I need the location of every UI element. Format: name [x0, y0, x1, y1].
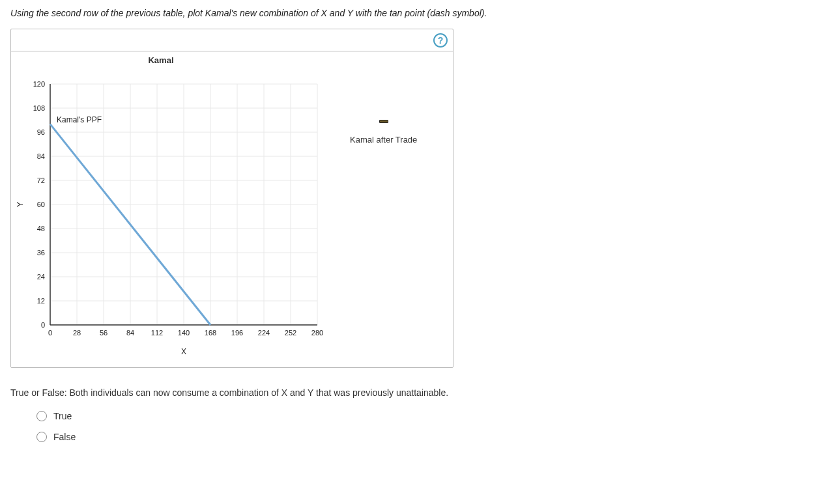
- option-false[interactable]: False: [36, 432, 824, 442]
- svg-text:252: 252: [285, 329, 296, 337]
- radio-icon[interactable]: [36, 411, 47, 421]
- svg-text:36: 36: [37, 249, 45, 257]
- chart-legend: Kamal after Trade: [330, 81, 417, 145]
- instruction-text: Using the second row of the previous tab…: [10, 8, 824, 18]
- svg-text:12: 12: [37, 297, 45, 305]
- chart-title: Kamal: [11, 55, 272, 65]
- svg-text:0: 0: [41, 321, 45, 329]
- help-button[interactable]: ?: [433, 33, 448, 48]
- svg-text:280: 280: [311, 329, 323, 337]
- question-text: True or False: Both individuals can now …: [10, 387, 824, 398]
- svg-text:24: 24: [37, 273, 45, 281]
- svg-text:112: 112: [151, 329, 163, 337]
- svg-text:84: 84: [37, 152, 45, 160]
- dash-icon[interactable]: [379, 120, 388, 123]
- chart-panel: ? Kamal 02856841121401681962242522800122…: [10, 29, 453, 368]
- svg-text:0: 0: [48, 329, 52, 337]
- svg-text:X: X: [181, 347, 186, 356]
- svg-text:140: 140: [178, 329, 190, 337]
- svg-text:224: 224: [258, 329, 270, 337]
- svg-text:168: 168: [205, 329, 216, 337]
- svg-text:Kamal's PPF: Kamal's PPF: [57, 115, 102, 124]
- chart-plot-area[interactable]: 0285684112140168196224252280012243648607…: [11, 81, 330, 361]
- svg-text:196: 196: [231, 329, 243, 337]
- option-true[interactable]: True: [36, 411, 824, 421]
- svg-text:108: 108: [33, 104, 45, 112]
- panel-header: ?: [11, 29, 453, 51]
- answer-options: True False: [10, 411, 824, 442]
- option-true-label: True: [53, 411, 72, 421]
- svg-text:Y: Y: [16, 202, 25, 207]
- svg-text:60: 60: [37, 201, 45, 208]
- legend-label: Kamal after Trade: [350, 135, 417, 145]
- svg-text:120: 120: [33, 81, 45, 88]
- svg-text:48: 48: [37, 225, 45, 232]
- svg-text:56: 56: [100, 329, 108, 337]
- svg-text:96: 96: [37, 128, 45, 136]
- chart-svg[interactable]: 0285684112140168196224252280012243648607…: [11, 81, 330, 361]
- svg-text:28: 28: [73, 329, 81, 337]
- radio-icon[interactable]: [36, 432, 47, 442]
- svg-text:84: 84: [126, 329, 134, 337]
- option-false-label: False: [53, 432, 76, 442]
- svg-text:72: 72: [37, 176, 45, 184]
